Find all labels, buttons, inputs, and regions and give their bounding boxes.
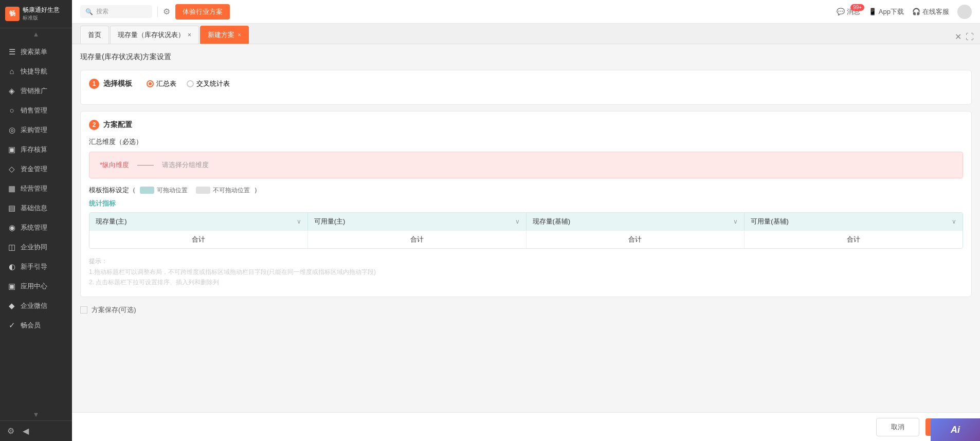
message-button[interactable]: 💬 消息 99+ xyxy=(837,7,860,16)
expand-panel-button[interactable]: ⛶ xyxy=(966,32,974,42)
indicator-label-text: 模板指标设定（ xyxy=(89,186,136,195)
indicator-col-4[interactable]: 可用量(基辅) ∨ xyxy=(745,213,963,230)
sidebar-item-label: 经营管理 xyxy=(21,184,47,193)
purchase-icon: ◎ xyxy=(7,125,16,135)
cooperation-icon: ◫ xyxy=(7,243,16,252)
stats-label: 统计指标 xyxy=(89,199,963,208)
tabbar: 首页 现存量（库存状况表） × 新建方案 × ✕ ⛶ xyxy=(72,24,980,44)
step2-title: 方案配置 xyxy=(103,120,132,130)
sidebar-item-basic-info[interactable]: ▤ 基础信息 xyxy=(0,198,72,218)
online-service-label: 在线客服 xyxy=(922,7,949,16)
sidebar-scroll-up[interactable]: ▲ xyxy=(0,28,72,40)
indicator-col-2[interactable]: 可用量(主) ∨ xyxy=(308,213,527,230)
template-radio-group: 汇总表 交叉统计表 xyxy=(147,79,230,88)
sidebar-item-wechat[interactable]: ◆ 企业微信 xyxy=(0,296,72,316)
cell-1: 合计 xyxy=(89,231,308,248)
newguide-icon: ◐ xyxy=(7,262,16,271)
sidebar-item-finance[interactable]: ◇ 资金管理 xyxy=(0,159,72,179)
tabbar-actions: ✕ ⛶ xyxy=(955,32,980,44)
radio-summary[interactable]: 汇总表 xyxy=(147,79,176,88)
sidebar-item-inventory[interactable]: ▣ 库存核算 xyxy=(0,140,72,159)
radio-cross[interactable]: 交叉统计表 xyxy=(187,79,230,88)
col4-arrow-icon[interactable]: ∨ xyxy=(952,218,956,225)
sidebar-item-sales[interactable]: ○ 销售管理 xyxy=(0,101,72,120)
search-icon: 🔍 xyxy=(85,8,93,15)
tab-inventory-close[interactable]: × xyxy=(188,31,191,39)
search-box[interactable]: 🔍 搜索 xyxy=(80,5,152,18)
sidebar-scroll-down[interactable]: ▼ xyxy=(0,409,72,420)
sidebar-item-purchase[interactable]: ◎ 采购管理 xyxy=(0,120,72,140)
tab-new-plan[interactable]: 新建方案 × xyxy=(200,26,249,44)
indicator-legend: 可拖动位置 不可拖动位置 xyxy=(140,186,250,195)
headset-icon: 🎧 xyxy=(912,8,920,15)
radio-cross-label: 交叉统计表 xyxy=(196,79,230,88)
col2-label: 可用量(主) xyxy=(314,217,346,226)
step2-header: 2 方案配置 xyxy=(89,120,963,130)
sidebar-item-label: 企业协同 xyxy=(21,243,47,252)
sidebar-item-quick-nav[interactable]: ⌂ 快捷导航 xyxy=(0,62,72,81)
sidebar-item-newguide[interactable]: ◐ 新手引导 xyxy=(0,257,72,277)
required-text: *纵向维度 xyxy=(100,160,129,170)
tab-new-plan-close[interactable]: × xyxy=(238,31,241,39)
system-icon: ◉ xyxy=(7,223,16,232)
dim-arrow: —— xyxy=(137,160,154,170)
sidebar-item-label: 搜索菜单 xyxy=(21,47,47,57)
sidebar-item-label: 企业微信 xyxy=(21,301,47,310)
dimension-box[interactable]: *纵向维度 —— 请选择分组维度 xyxy=(89,152,963,178)
search-placeholder: 搜索 xyxy=(96,7,108,16)
app-download-button[interactable]: 📱 App下载 xyxy=(868,7,904,16)
sidebar-item-label: 销售管理 xyxy=(21,106,47,115)
trial-plan-button[interactable]: 体验行业方案 xyxy=(175,4,230,20)
sidebar-item-label: 基础信息 xyxy=(21,204,47,213)
sidebar-item-search-menu[interactable]: ☰ 搜索菜单 xyxy=(0,42,72,62)
save-checkbox[interactable] xyxy=(80,306,87,314)
step2-badge: 2 xyxy=(89,120,99,130)
mobile-icon: 📱 xyxy=(868,8,877,15)
sidebar-item-system[interactable]: ◉ 系统管理 xyxy=(0,218,72,237)
indicator-col-3[interactable]: 现存量(基辅) ∨ xyxy=(527,213,745,230)
message-badge: 99+ xyxy=(850,4,864,11)
sidebar-item-app-center[interactable]: ▣ 应用中心 xyxy=(0,277,72,296)
tab-home[interactable]: 首页 xyxy=(80,26,109,44)
settings-icon[interactable]: ⚙ xyxy=(7,426,14,436)
app-download-label: App下载 xyxy=(879,7,904,16)
radio-summary-dot xyxy=(147,80,154,87)
tab-inventory-status[interactable]: 现存量（库存状况表） × xyxy=(110,26,199,44)
help-icon[interactable]: ◀ xyxy=(23,426,29,436)
step1-title: 选择模板 xyxy=(103,79,132,88)
fixed-label: 不可拖动位置 xyxy=(213,186,250,195)
main-area: 🔍 搜索 ⚙ 体验行业方案 💬 消息 99+ 📱 App下载 🎧 在线客服 xyxy=(72,0,980,441)
sidebar-item-label: 库存核算 xyxy=(21,145,47,154)
tab-new-plan-label: 新建方案 xyxy=(208,30,234,40)
page-content: 现存量(库存状况表)方案设置 1 选择模板 汇总表 交叉统计表 xyxy=(72,44,980,412)
sidebar-item-cooperation[interactable]: ◫ 企业协同 xyxy=(0,237,72,257)
col2-arrow-icon[interactable]: ∨ xyxy=(515,218,520,225)
sidebar-item-label: 新手引导 xyxy=(21,262,47,271)
marketing-icon: ◈ xyxy=(7,86,16,96)
sidebar-item-marketing[interactable]: ◈ 营销推广 xyxy=(0,81,72,101)
tip-item-1: 1.拖动标题栏可以调整布局，不可跨维度或指标区域拖动栏目字段(只能在同一维度或指… xyxy=(89,268,963,277)
inventory-icon: ▣ xyxy=(7,145,16,154)
col3-label: 现存量(基辅) xyxy=(533,217,571,226)
cancel-button[interactable]: 取消 xyxy=(876,418,919,436)
sidebar-item-label: 采购管理 xyxy=(21,125,47,135)
col3-arrow-icon[interactable]: ∨ xyxy=(733,218,738,225)
page-title: 现存量(库存状况表)方案设置 xyxy=(80,52,972,62)
col1-arrow-icon[interactable]: ∨ xyxy=(297,218,301,225)
close-panel-button[interactable]: ✕ xyxy=(955,32,961,42)
sidebar-logo: 畅 畅康通好生意 标准版 xyxy=(0,0,72,28)
online-service-button[interactable]: 🎧 在线客服 xyxy=(912,7,949,16)
user-avatar[interactable] xyxy=(957,5,972,19)
topbar-right: 💬 消息 99+ 📱 App下载 🎧 在线客服 xyxy=(837,5,972,19)
save-option: 方案保存(可选) xyxy=(80,305,972,315)
indicator-col-1[interactable]: 现存量(主) ∨ xyxy=(89,213,308,230)
indicator-header-row: 现存量(主) ∨ 可用量(主) ∨ 现存量(基辅) ∨ 可用量(基辅) xyxy=(89,213,963,230)
ai-badge[interactable]: Ai xyxy=(931,418,980,441)
app-center-icon: ▣ xyxy=(7,282,16,291)
sidebar-item-member[interactable]: ✓ 畅会员 xyxy=(0,316,72,335)
message-icon: 💬 xyxy=(837,8,845,15)
movable-label: 可拖动位置 xyxy=(157,186,188,195)
topbar-gear-icon[interactable]: ⚙ xyxy=(163,7,170,16)
sidebar-item-label: 系统管理 xyxy=(21,223,47,232)
sidebar-item-operation[interactable]: ▦ 经营管理 xyxy=(0,179,72,198)
